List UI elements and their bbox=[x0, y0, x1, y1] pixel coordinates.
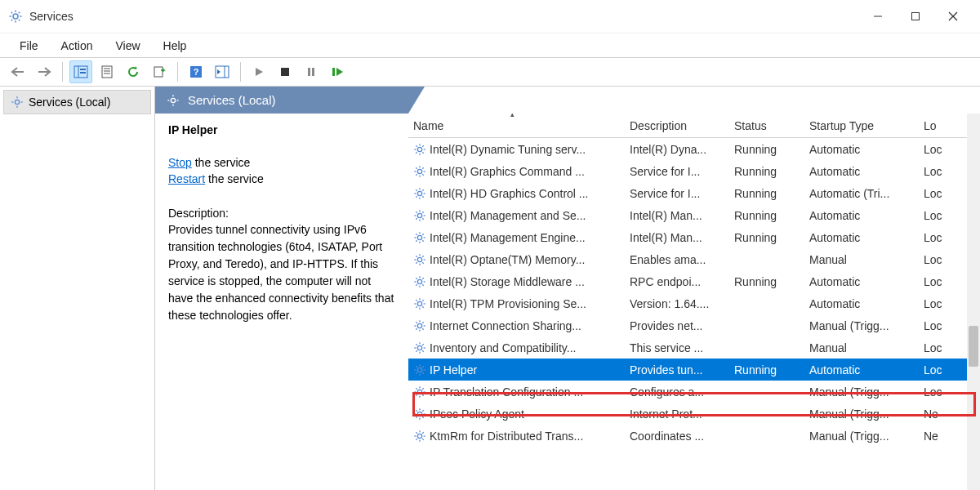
svg-line-57 bbox=[422, 167, 423, 168]
svg-line-81 bbox=[416, 234, 416, 234]
service-row[interactable]: Intel(R) Management Engine...Intel(R) Ma… bbox=[408, 226, 980, 248]
svg-point-49 bbox=[417, 169, 421, 173]
svg-line-93 bbox=[422, 256, 423, 256]
maximize-button[interactable] bbox=[897, 3, 934, 29]
svg-point-94 bbox=[417, 279, 421, 283]
svg-line-99 bbox=[416, 278, 416, 278]
service-status bbox=[729, 258, 804, 261]
service-name: Intel(R) Optane(TM) Memory... bbox=[430, 253, 585, 266]
restart-service-button[interactable] bbox=[326, 60, 349, 83]
service-name: Intel(R) Storage Middleware ... bbox=[430, 275, 585, 288]
svg-point-112 bbox=[417, 323, 421, 327]
svg-rect-26 bbox=[281, 68, 289, 76]
svg-line-146 bbox=[416, 394, 416, 395]
svg-rect-10 bbox=[912, 13, 920, 20]
svg-line-64 bbox=[422, 196, 423, 197]
service-startup-type: Automatic bbox=[804, 296, 919, 312]
service-description: Service for I... bbox=[625, 185, 729, 202]
service-row[interactable]: Intel(R) TPM Provisioning Se...Version: … bbox=[408, 292, 980, 314]
menu-action[interactable]: Action bbox=[51, 36, 103, 56]
refresh-button[interactable] bbox=[122, 60, 145, 83]
svg-point-58 bbox=[417, 191, 421, 195]
svg-rect-17 bbox=[102, 66, 112, 78]
menu-help[interactable]: Help bbox=[154, 36, 197, 56]
restart-rest-text: the service bbox=[205, 172, 264, 185]
svg-point-76 bbox=[417, 235, 421, 239]
service-logon: Loc bbox=[919, 362, 951, 378]
services-list: ▴ Name Description Status Startup Type L… bbox=[408, 114, 980, 490]
service-row[interactable]: Intel(R) Graphics Command ...Service for… bbox=[408, 160, 980, 182]
service-row[interactable]: Inventory and Compatibility...This servi… bbox=[408, 336, 980, 359]
show-hide-tree-button[interactable] bbox=[69, 60, 92, 83]
back-button[interactable] bbox=[7, 60, 29, 83]
svg-line-92 bbox=[416, 262, 416, 263]
description-label: Description: bbox=[168, 207, 395, 220]
svg-line-154 bbox=[422, 416, 423, 417]
service-row[interactable]: IP HelperProvides tun...RunningAutomatic… bbox=[408, 359, 980, 381]
service-status bbox=[729, 412, 804, 416]
column-header-name[interactable]: Name bbox=[408, 116, 625, 136]
pause-service-button[interactable] bbox=[300, 60, 323, 83]
column-header-logon[interactable]: Lo bbox=[919, 116, 951, 136]
column-header-status[interactable]: Status bbox=[729, 116, 804, 136]
service-row[interactable]: IPsec Policy AgentInternet Prot...Manual… bbox=[408, 403, 980, 425]
service-status: Running bbox=[729, 362, 804, 378]
window-title: Services bbox=[29, 10, 74, 23]
service-status bbox=[729, 434, 804, 438]
svg-point-40 bbox=[417, 147, 421, 151]
svg-line-75 bbox=[422, 212, 423, 212]
restart-service-link[interactable]: Restart bbox=[168, 172, 205, 185]
service-row[interactable]: Intel(R) HD Graphics Control ...Service … bbox=[408, 182, 980, 204]
svg-rect-15 bbox=[80, 69, 86, 70]
service-startup-type: Automatic bbox=[804, 141, 919, 158]
start-service-button[interactable] bbox=[247, 60, 270, 83]
vertical-scrollbar[interactable] bbox=[967, 114, 980, 490]
service-logon: Loc bbox=[919, 384, 951, 400]
svg-line-65 bbox=[416, 196, 416, 197]
service-description: Internet Prot... bbox=[625, 406, 729, 422]
service-name: Intel(R) Management Engine... bbox=[430, 231, 586, 244]
service-row[interactable]: IP Translation Configuration ...Configur… bbox=[408, 381, 980, 403]
action-pane-button[interactable] bbox=[211, 60, 234, 83]
service-startup-type: Automatic bbox=[804, 207, 919, 224]
service-name: IP Translation Configuration ... bbox=[430, 385, 583, 399]
list-body: Intel(R) Dynamic Tuning serv...Intel(R) … bbox=[408, 138, 980, 447]
service-row[interactable]: Intel(R) Optane(TM) Memory...Enables ama… bbox=[408, 248, 980, 270]
svg-line-153 bbox=[416, 410, 416, 411]
svg-point-157 bbox=[417, 434, 421, 438]
help-button[interactable]: ? bbox=[185, 60, 207, 83]
service-startup-type: Manual (Trigg... bbox=[804, 406, 919, 422]
column-header-description[interactable]: Description bbox=[625, 116, 729, 136]
forward-button[interactable] bbox=[33, 60, 56, 83]
minimize-button[interactable] bbox=[859, 3, 897, 29]
service-status: Running bbox=[729, 274, 804, 290]
service-row[interactable]: Internet Connection Sharing...Provides n… bbox=[408, 314, 980, 336]
properties-button[interactable] bbox=[96, 60, 118, 83]
detail-panel: IP Helper Stop the service Restart the s… bbox=[155, 114, 408, 490]
svg-line-135 bbox=[416, 366, 416, 367]
export-list-button[interactable] bbox=[148, 60, 171, 83]
menu-file[interactable]: File bbox=[10, 36, 48, 56]
service-row[interactable]: Intel(R) Dynamic Tuning serv...Intel(R) … bbox=[408, 138, 980, 160]
svg-rect-27 bbox=[308, 68, 310, 76]
stop-service-button[interactable] bbox=[274, 60, 296, 83]
svg-line-129 bbox=[422, 344, 423, 345]
service-logon: Loc bbox=[919, 340, 951, 356]
service-row[interactable]: Intel(R) Management and Se...Intel(R) Ma… bbox=[408, 204, 980, 226]
service-logon: Loc bbox=[919, 229, 951, 246]
service-row[interactable]: Intel(R) Storage Middleware ...RPC endpo… bbox=[408, 270, 980, 292]
gear-icon bbox=[413, 363, 426, 376]
close-button[interactable] bbox=[934, 3, 972, 29]
svg-rect-21 bbox=[154, 67, 163, 77]
svg-line-90 bbox=[416, 256, 416, 256]
column-header-startup[interactable]: Startup Type bbox=[804, 116, 919, 136]
scrollbar-thumb[interactable] bbox=[969, 326, 978, 367]
svg-line-7 bbox=[11, 20, 13, 21]
stop-service-link[interactable]: Stop bbox=[168, 156, 192, 169]
service-description: Intel(R) Man... bbox=[625, 229, 729, 246]
svg-line-102 bbox=[422, 278, 423, 278]
menu-view[interactable]: View bbox=[105, 36, 149, 56]
service-row[interactable]: KtmRm for Distributed Trans...Coordinate… bbox=[408, 425, 980, 447]
tree-item-services-local[interactable]: Services (Local) bbox=[3, 90, 151, 114]
svg-line-144 bbox=[416, 388, 416, 389]
